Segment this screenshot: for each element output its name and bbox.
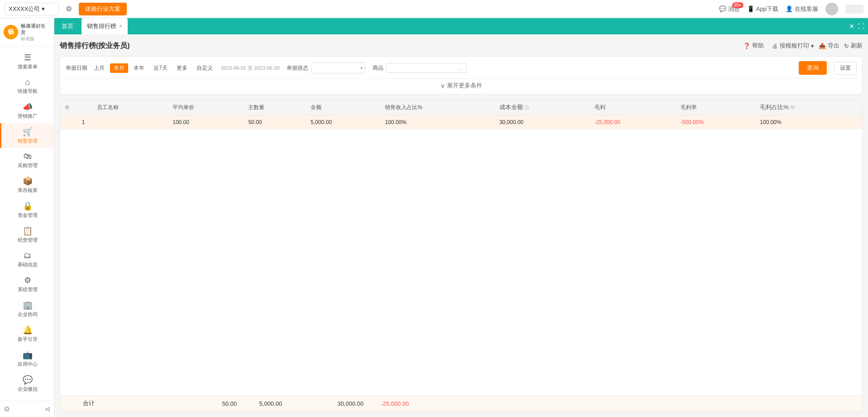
sidebar-item-app-center[interactable]: 📺 应用中心 [0,346,54,371]
company-selector[interactable]: XXXXX公司 ▾ [5,3,59,15]
content-area: 首页 销售排行榜 × ✕ ⛶ 销售排行榜(按业务员) ❓ 帮助 [54,18,868,417]
td-avg-price: 100.00 [168,115,244,129]
data-table: ⚙ 员工名称 平均单价 主数量 全额 销售收入占比% 成本全额 ⓘ [60,100,862,129]
export-button[interactable]: 📤 导出 [819,42,839,50]
message-icon: 💬 [719,5,726,12]
sidebar-item-search-order[interactable]: ☰ 搜索菜单 [0,49,54,74]
settings-button[interactable]: 设置 [834,62,857,75]
footer-label: 合计 [65,399,164,407]
help-button[interactable]: ❓ 帮助 [739,40,767,52]
date-tab-current-year[interactable]: 本年 [130,63,148,73]
sidebar-item-operation[interactable]: 📋 经营管理 [0,222,54,247]
tab-close-button[interactable]: × [119,23,122,29]
sidebar-label-wechat: 企业微信 [18,386,38,393]
th-avg-price: 平均单价 [168,100,244,115]
sidebar-item-member[interactable]: V 畅会员 [0,396,54,401]
date-tab-prev-month[interactable]: 上月 [90,63,108,73]
status-filter-label: 单据状态 [287,64,308,72]
status-select-wrap: ▾ [311,62,365,73]
table-wrap: ⚙ 员工名称 平均单价 主数量 全额 销售收入占比% 成本全额 ⓘ [60,99,863,412]
settings-icon[interactable]: ⚙ [62,3,75,15]
date-tab-custom[interactable]: 自定义 [193,63,216,73]
refresh-button[interactable]: ↻ 刷新 [844,42,863,50]
date-tab-current-month[interactable]: 本月 [110,63,128,73]
main-layout: 畅 畅康通好生意 标准版 ☰ 搜索菜单 ⌂ 快捷导航 📣 营销推广 🛒 销售管理 [0,18,868,417]
app-icon: 📱 [747,5,754,12]
goods-input[interactable] [390,65,458,71]
marketing-icon: 📣 [23,102,33,112]
logo-icon: 畅 [4,25,18,39]
template-print-button[interactable]: 🖨 按模板打印 ▾ [772,42,814,50]
sidebar-collapse-icon[interactable]: ⊲ [44,405,50,413]
sales-icon: 🛒 [23,127,33,137]
goods-more-icon[interactable]: ... [458,65,462,71]
logo-text-area: 畅康通好生意 标准版 [21,23,50,42]
expand-button[interactable]: ∨ 展开更多条件 [441,81,482,90]
window-expand-icon[interactable]: ⛶ [858,23,864,30]
guide-icon: 🔔 [23,325,33,335]
sidebar-label-inventory: 库存核算 [18,187,38,194]
date-tab-7days[interactable]: 近7天 [150,63,171,73]
sidebar-item-basic-info[interactable]: 🗂 基础信息 [0,247,54,272]
td-settings [60,115,74,129]
help-icon: ❓ [743,43,750,49]
cost-info-icon[interactable]: ⓘ [524,105,529,110]
sidebar-label-finance: 资金管理 [18,212,38,219]
chevron-down-icon: ▾ [42,5,45,12]
page-title: 销售排行榜(按业务员) [60,41,130,51]
status-select[interactable] [311,62,365,73]
td-amount: 5,000.00 [306,115,380,129]
th-gross-rate: 毛利率 [676,100,756,115]
sidebar-item-guide[interactable]: 🔔 新手引导 [0,321,54,346]
query-button[interactable]: 查询 [799,61,827,75]
search-order-icon: ☰ [24,53,31,62]
sidebar-item-sales[interactable]: 🛒 销售管理 [0,123,54,148]
expand-icon: ∨ [441,82,445,89]
message-button[interactable]: 💬 消息 99+ [719,5,740,13]
operation-icon: 📋 [23,226,33,236]
company-name: XXXXX公司 [9,5,40,13]
th-sales-pct: 销售收入占比% [380,100,494,115]
sidebar-footer-settings-icon[interactable]: ⚙ [4,405,10,413]
sidebar-item-finance[interactable]: 🔒 资金管理 [0,197,54,222]
th-gross: 毛利 [590,100,676,115]
footer-gross: -25,000.00 [364,400,409,407]
sidebar-item-system[interactable]: ⚙ 系统管理 [0,272,54,297]
topbar-right: 💬 消息 99+ 📱 App下载 👤 在线客服 [719,3,863,15]
sidebar-item-enterprise[interactable]: 🏢 企业协同 [0,297,54,321]
th-name: 员工名称 [92,100,168,115]
th-settings[interactable]: ⚙ [60,100,74,115]
td-name [92,115,168,129]
logo-sub: 标准版 [21,36,50,42]
system-icon: ⚙ [24,275,31,285]
trial-button[interactable]: 体验行业方案 [79,3,127,15]
inventory-icon: 📦 [23,176,33,186]
app-download-button[interactable]: 📱 App下载 [747,5,778,13]
tab-home[interactable]: 首页 [54,18,81,34]
th-amount: 全额 [306,100,380,115]
sidebar-item-purchase[interactable]: 🛍 采购管理 [0,148,54,173]
filter-area: 单据日期 上月 本月 本年 近7天 更多 自定义 2023-06-01 至 20… [60,56,863,95]
window-close-icon[interactable]: ✕ [849,23,854,30]
sidebar-label-purchase: 采购管理 [18,162,38,169]
service-icon: 👤 [786,5,793,12]
purchase-icon: 🛍 [24,152,32,161]
date-tab-more[interactable]: 更多 [173,63,191,73]
goods-filter-label: 商品 [373,64,384,72]
date-filter: 单据日期 上月 本月 本年 近7天 更多 自定义 2023-06-01 至 20… [66,63,279,73]
page-content: 销售排行榜(按业务员) ❓ 帮助 🖨 按模板打印 ▾ 📤 导出 [54,34,868,417]
quick-nav-icon: ⌂ [25,77,30,87]
th-gross-pct: 毛利占比% % [755,100,862,115]
online-service-button[interactable]: 👤 在线客服 [786,5,818,13]
sidebar-item-quick-nav[interactable]: ⌂ 快捷导航 [0,74,54,98]
tab-sales-rank[interactable]: 销售排行榜 × [82,18,128,34]
topbar: XXXXX公司 ▾ ⚙ 体验行业方案 💬 消息 99+ 📱 App下载 👤 在线… [0,0,868,18]
sidebar-item-wechat[interactable]: 💬 企业微信 [0,371,54,396]
td-sales-pct: 100.00% [380,115,494,129]
sidebar-label-enterprise: 企业协同 [18,311,38,318]
sidebar-item-marketing[interactable]: 📣 营销推广 [0,98,54,123]
sidebar-item-inventory[interactable]: 📦 库存核算 [0,173,54,197]
gross-pct-info-icon[interactable]: % [790,105,794,110]
avatar[interactable] [825,3,838,15]
export-icon: 📤 [819,43,826,49]
